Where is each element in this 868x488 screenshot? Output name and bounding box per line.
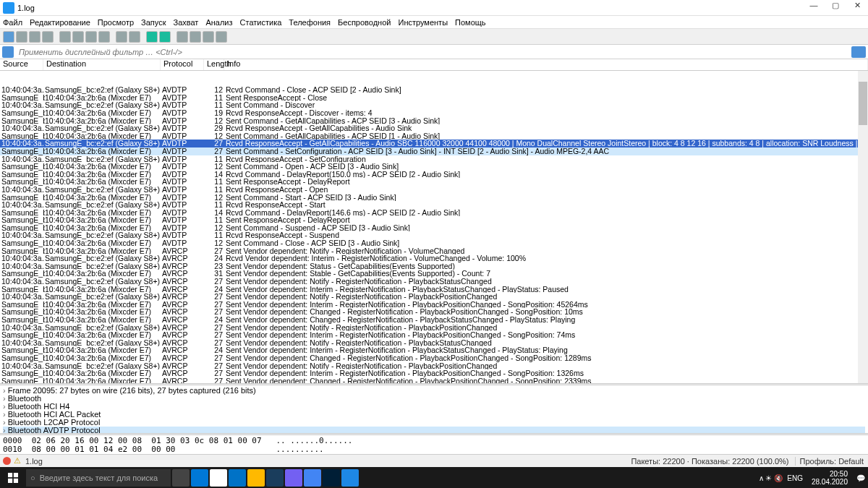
- detail-line[interactable]: Bluetooth HCI ACL Packet: [3, 411, 865, 419]
- col-length[interactable]: Length: [204, 59, 224, 70]
- start-button[interactable]: [0, 467, 26, 488]
- detail-line[interactable]: Bluetooth HCI H4: [3, 403, 865, 411]
- packet-row[interactable]: SamsungE_bc…10:40:04:3a:2b:6a (Mixcder E…: [0, 239, 868, 247]
- col-source[interactable]: Source: [0, 59, 43, 70]
- packet-row[interactable]: 10:40:04:3a…SamsungE_bc:e2:ef (Galaxy S8…: [0, 155, 868, 163]
- toolbar-zoomout-icon[interactable]: [190, 31, 201, 43]
- packet-row[interactable]: SamsungE_bc…10:40:04:3a:2b:6a (Mixcder E…: [0, 224, 868, 232]
- menu-Редактирование[interactable]: Редактирование: [30, 18, 90, 27]
- packet-row[interactable]: 10:40:04:3a…SamsungE_bc:e2:ef (Galaxy S8…: [0, 293, 868, 301]
- photoshop-icon[interactable]: [323, 469, 340, 487]
- toolbar-jump-icon[interactable]: [98, 31, 110, 43]
- detail-line[interactable]: Bluetooth: [3, 395, 865, 403]
- edge-icon[interactable]: [191, 469, 208, 487]
- scrollbar-vertical[interactable]: [858, 71, 868, 383]
- toolbar-colorize-icon[interactable]: [159, 31, 171, 43]
- status-profile[interactable]: Профиль: Default: [795, 457, 868, 466]
- packet-row[interactable]: SamsungE_bc…10:40:04:3a:2b:6a (Mixcder E…: [0, 178, 868, 186]
- packet-row[interactable]: 10:40:04:3a…SamsungE_bc:e2:ef (Galaxy S8…: [0, 362, 868, 370]
- menu-Захват[interactable]: Захват: [174, 18, 199, 27]
- menu-Телефония[interactable]: Телефония: [289, 18, 331, 27]
- toolbar-find-icon[interactable]: [59, 31, 71, 43]
- minimize-button[interactable]: —: [803, 1, 825, 15]
- menu-Помощь[interactable]: Помощь: [455, 18, 486, 27]
- packet-row[interactable]: SamsungE_bc…10:40:04:3a:2b:6a (Mixcder E…: [0, 301, 868, 309]
- packet-row[interactable]: SamsungE_bc…10:40:04:3a:2b:6a (Mixcder E…: [0, 163, 868, 171]
- packet-row[interactable]: 10:40:04:3a…SamsungE_bc:e2:ef (Galaxy S8…: [0, 262, 868, 270]
- toolbar-prev-icon[interactable]: [72, 31, 84, 43]
- packet-row[interactable]: SamsungE_bc…10:40:04:3a:2b:6a (Mixcder E…: [0, 94, 868, 102]
- packet-row[interactable]: 10:40:04:3a…SamsungE_bc:e2:ef (Galaxy S8…: [0, 140, 868, 147]
- menu-Инструменты[interactable]: Инструменты: [398, 18, 448, 27]
- packet-row[interactable]: SamsungE_bc…10:40:04:3a:2b:6a (Mixcder E…: [0, 209, 868, 217]
- detail-line[interactable]: Bluetooth L2CAP Protocol: [3, 419, 865, 427]
- hex-view[interactable]: 0000 02 06 20 16 00 12 00 08 01 30 03 0c…: [0, 435, 868, 454]
- packet-row[interactable]: 10:40:04:3a…SamsungE_bc:e2:ef (Galaxy S8…: [0, 231, 868, 239]
- detail-line[interactable]: Frame 20095: 27 bytes on wire (216 bits)…: [3, 387, 865, 395]
- display-filter-input[interactable]: [16, 46, 851, 59]
- packet-row[interactable]: 10:40:04:3a…SamsungE_bc:e2:ef (Galaxy S8…: [0, 86, 868, 94]
- packet-row[interactable]: SamsungE_bc…10:40:04:3a:2b:6a (Mixcder E…: [0, 194, 868, 202]
- packet-row[interactable]: 10:40:04:3a…SamsungE_bc:e2:ef (Galaxy S8…: [0, 254, 868, 262]
- toolbar-last-icon[interactable]: [129, 31, 140, 43]
- taskbar-search[interactable]: ○Введите здесь текст для поиска: [26, 469, 171, 487]
- tray-lang[interactable]: ENG: [787, 474, 803, 482]
- packet-row[interactable]: SamsungE_bc…10:40:04:3a:2b:6a (Mixcder E…: [0, 331, 868, 339]
- mail-icon[interactable]: [229, 469, 246, 487]
- viber-icon[interactable]: [285, 469, 302, 487]
- col-info[interactable]: Info: [224, 59, 868, 70]
- packet-row[interactable]: SamsungE_bc…10:40:04:3a:2b:6a (Mixcder E…: [0, 346, 868, 354]
- notifications-icon[interactable]: 💬: [856, 474, 865, 482]
- packet-row[interactable]: SamsungE_bc…10:40:04:3a:2b:6a (Mixcder E…: [0, 216, 868, 224]
- packet-row[interactable]: SamsungE_bc…10:40:04:3a:2b:6a (Mixcder E…: [0, 109, 868, 117]
- toolbar-zoomin-icon[interactable]: [176, 31, 188, 43]
- packet-row[interactable]: SamsungE_bc…10:40:04:3a:2b:6a (Mixcder E…: [0, 354, 868, 362]
- explorer-icon[interactable]: [247, 469, 265, 487]
- toolbar-open-icon[interactable]: [3, 31, 14, 43]
- wireshark-icon[interactable]: [341, 469, 359, 487]
- packet-row[interactable]: 10:40:04:3a…SamsungE_bc:e2:ef (Galaxy S8…: [0, 186, 868, 194]
- menu-Файл[interactable]: Файл: [3, 18, 22, 27]
- toolbar-save-icon[interactable]: [16, 31, 27, 43]
- tray-clock[interactable]: 20:5028.04.2020: [807, 470, 852, 486]
- packet-row[interactable]: SamsungE_bc…10:40:04:3a:2b:6a (Mixcder E…: [0, 369, 868, 377]
- filter-apply-button[interactable]: [851, 46, 866, 58]
- packet-row[interactable]: SamsungE_bc…10:40:04:3a:2b:6a (Mixcder E…: [0, 316, 868, 324]
- packet-row[interactable]: SamsungE_bc…10:40:04:3a:2b:6a (Mixcder E…: [0, 147, 868, 155]
- menu-Статистика[interactable]: Статистика: [240, 18, 282, 27]
- toolbar-close-icon[interactable]: [29, 31, 41, 43]
- packet-row[interactable]: SamsungE_bc…10:40:04:3a:2b:6a (Mixcder E…: [0, 308, 868, 316]
- scrollbar-thumb[interactable]: [859, 82, 867, 125]
- store-icon[interactable]: [210, 469, 227, 487]
- menu-Просмотр[interactable]: Просмотр: [98, 18, 134, 27]
- app-v-icon[interactable]: [266, 469, 284, 487]
- maximize-button[interactable]: ▢: [825, 1, 846, 15]
- packet-row[interactable]: 10:40:04:3a…SamsungE_bc:e2:ef (Galaxy S8…: [0, 324, 868, 332]
- menu-Запуск[interactable]: Запуск: [141, 18, 166, 27]
- tray-icons[interactable]: ∧ ☀ 🔇: [759, 474, 783, 482]
- packet-row[interactable]: SamsungE_bc…10:40:04:3a:2b:6a (Mixcder E…: [0, 132, 868, 140]
- col-protocol[interactable]: Protocol: [161, 59, 204, 70]
- packet-row[interactable]: 10:40:04:3a…SamsungE_bc:e2:ef (Galaxy S8…: [0, 101, 868, 109]
- packet-row[interactable]: 10:40:04:3a…SamsungE_bc:e2:ef (Galaxy S8…: [0, 339, 868, 347]
- detail-line[interactable]: Bluetooth AVDTP Protocol: [3, 427, 865, 433]
- toolbar-next-icon[interactable]: [85, 31, 97, 43]
- col-destination[interactable]: Destination: [43, 59, 161, 70]
- packet-row[interactable]: 10:40:04:3a…SamsungE_bc:e2:ef (Galaxy S8…: [0, 201, 868, 209]
- toolbar-autoscroll-icon[interactable]: [146, 31, 158, 43]
- expert-info-icon[interactable]: [3, 457, 11, 465]
- packet-row[interactable]: SamsungE_bc…10:40:04:3a:2b:6a (Mixcder E…: [0, 247, 868, 255]
- packet-row[interactable]: SamsungE_bc…10:40:04:3a:2b:6a (Mixcder E…: [0, 270, 868, 278]
- menu-Анализ[interactable]: Анализ: [205, 18, 232, 27]
- close-button[interactable]: ✕: [846, 1, 868, 15]
- chrome-icon[interactable]: [304, 469, 321, 487]
- packet-row[interactable]: 10:40:04:3a…SamsungE_bc:e2:ef (Galaxy S8…: [0, 124, 868, 132]
- menu-Беспроводной[interactable]: Беспроводной: [338, 18, 391, 27]
- packet-row[interactable]: SamsungE_bc…10:40:04:3a:2b:6a (Mixcder E…: [0, 117, 868, 125]
- packet-row[interactable]: SamsungE_bc…10:40:04:3a:2b:6a (Mixcder E…: [0, 377, 868, 383]
- packet-list[interactable]: 10:40:04:3a…SamsungE_bc:e2:ef (Galaxy S8…: [0, 71, 868, 383]
- bookmark-icon[interactable]: [2, 46, 14, 58]
- packet-row[interactable]: 10:40:04:3a…SamsungE_bc:e2:ef (Galaxy S8…: [0, 278, 868, 286]
- task-view-icon[interactable]: [172, 469, 190, 487]
- packet-row[interactable]: SamsungE_bc…10:40:04:3a:2b:6a (Mixcder E…: [0, 286, 868, 294]
